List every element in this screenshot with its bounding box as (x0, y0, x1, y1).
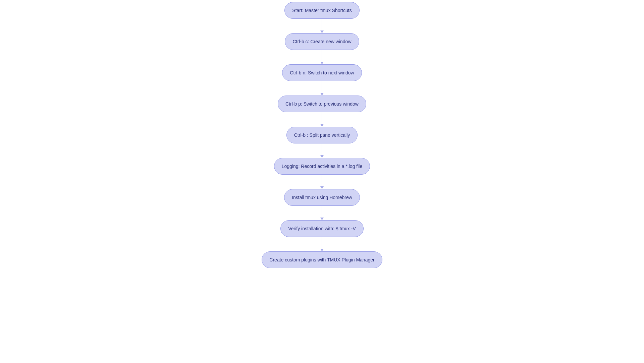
flowchart-node: Install tmux using Homebrew (284, 189, 360, 206)
node-label: Ctrl-b : Split pane vertically (294, 132, 350, 138)
arrow-line (322, 19, 322, 31)
node-label: Ctrl-b c: Create new window (292, 39, 351, 44)
flowchart-container: Start: Master tmux Shortcuts Ctrl-b c: C… (262, 2, 382, 268)
arrow-down-icon (320, 31, 324, 33)
arrow-line (322, 175, 322, 187)
flowchart-arrow (320, 81, 324, 96)
arrow-down-icon (320, 249, 324, 251)
arrow-line (322, 81, 322, 93)
flowchart-arrow (320, 50, 324, 64)
flowchart-node: Start: Master tmux Shortcuts (284, 2, 359, 19)
node-label: Start: Master tmux Shortcuts (292, 8, 352, 13)
node-label: Logging: Record activities in a *.log fi… (282, 164, 362, 169)
arrow-down-icon (320, 124, 324, 127)
node-label: Verify installation with: $ tmux -V (288, 226, 356, 231)
node-label: Install tmux using Homebrew (292, 195, 352, 200)
flowchart-arrow (320, 175, 324, 189)
flowchart-node: Ctrl-b c: Create new window (285, 33, 359, 50)
flowchart-node: Verify installation with: $ tmux -V (280, 220, 364, 237)
flowchart-node: Create custom plugins with TMUX Plugin M… (262, 251, 382, 268)
arrow-line (322, 143, 322, 156)
flowchart-arrow (320, 206, 324, 220)
arrow-down-icon (320, 93, 324, 96)
arrow-line (322, 206, 322, 218)
node-label: Ctrl-b p: Switch to previous window (285, 101, 359, 107)
node-label: Ctrl-b n: Switch to next window (290, 70, 354, 75)
flowchart-arrow (320, 112, 324, 127)
flowchart-node: Logging: Record activities in a *.log fi… (274, 158, 370, 175)
arrow-down-icon (320, 186, 324, 189)
arrow-down-icon (320, 155, 324, 158)
arrow-line (322, 112, 322, 124)
flowchart-arrow (320, 143, 324, 158)
arrow-down-icon (320, 218, 324, 220)
flowchart-arrow (320, 19, 324, 33)
arrow-down-icon (320, 62, 324, 64)
arrow-line (322, 237, 322, 249)
flowchart-arrow (320, 237, 324, 251)
flowchart-node: Ctrl-b p: Switch to previous window (278, 96, 366, 112)
arrow-line (322, 50, 322, 62)
flowchart-node: Ctrl-b : Split pane vertically (286, 127, 358, 143)
flowchart-node: Ctrl-b n: Switch to next window (282, 64, 362, 81)
node-label: Create custom plugins with TMUX Plugin M… (269, 257, 374, 262)
